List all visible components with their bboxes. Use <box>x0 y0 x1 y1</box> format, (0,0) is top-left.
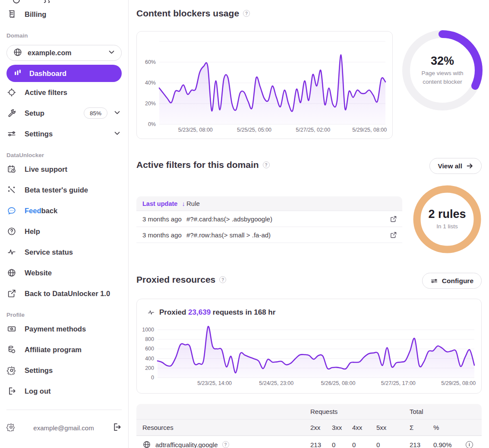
help-icon[interactable]: ? <box>222 441 229 448</box>
arrow-right-icon <box>466 162 473 170</box>
chevron-down-icon <box>108 48 115 57</box>
sidebar: Billing Domain example.com Dashboard Act… <box>0 0 129 448</box>
donut-value: 2 rules <box>428 208 466 221</box>
sidebar-item-label: Service status <box>25 248 73 256</box>
svg-text:5/25/25, 05:00: 5/25/25, 05:00 <box>237 127 271 133</box>
column-header-rule[interactable]: Rule <box>186 200 402 207</box>
help-icon[interactable]: ? <box>219 276 226 283</box>
section-label-dataunlocker: DataUnlocker <box>0 152 128 159</box>
sidebar-item-label: Feedback <box>25 207 57 215</box>
sidebar-footer: example@gmail.com <box>0 417 128 438</box>
sidebar-item-label: Settings <box>25 366 53 375</box>
help-icon[interactable]: ? <box>243 10 250 17</box>
logout-icon[interactable] <box>112 422 122 434</box>
domain-select-value: example.com <box>28 49 71 57</box>
resource-name: adtrafficquality.google <box>155 441 218 448</box>
last-update-cell: 3 months ago <box>136 231 186 239</box>
account-email: example@gmail.com <box>16 424 112 432</box>
rule-cell: #?#.card:has(> .adsbygoogle) <box>186 215 390 223</box>
column-header-5xx[interactable]: 5xx <box>376 424 410 431</box>
svg-text:60%: 60% <box>145 59 156 65</box>
cell-2xx: 213 <box>310 441 332 448</box>
sidebar-item-setup[interactable]: Setup 85% <box>0 103 128 123</box>
partial-icon <box>13 0 19 3</box>
sidebar-item-label: Live support <box>25 165 67 174</box>
column-header-percent[interactable]: % <box>433 424 464 431</box>
cell-percent: 0.90% <box>433 441 464 448</box>
svg-text:600: 600 <box>145 346 154 352</box>
globe-icon <box>6 268 17 278</box>
open-rule-external-icon[interactable] <box>390 231 397 239</box>
svg-text:200: 200 <box>145 365 154 371</box>
table-header-row: Resources 2xx 3xx 4xx 5xx Σ % <box>136 420 482 436</box>
svg-text:400: 400 <box>145 356 154 362</box>
table-row: 3 months ago #?#.card:has(> .adsbygoogle… <box>136 211 402 227</box>
svg-text:0%: 0% <box>148 121 156 127</box>
section-title: Active filters for this domain <box>136 160 259 170</box>
table-header-row: Last update ↓ Rule <box>136 196 402 211</box>
receipt-icon <box>6 9 17 19</box>
column-header-last-update[interactable]: Last update ↓ <box>136 200 186 207</box>
svg-text:20%: 20% <box>145 101 156 107</box>
active-filters-header: Active filters for this domain ? <box>136 160 270 170</box>
donut-caption: Page views with content blocker <box>422 69 464 87</box>
section-label-domain: Domain <box>0 32 128 39</box>
column-header-sum[interactable]: Σ <box>410 424 433 431</box>
svg-text:5/26/25, 08:00: 5/26/25, 08:00 <box>321 380 355 386</box>
sidebar-item-logout[interactable]: Log out <box>0 381 128 401</box>
sidebar-item-service-status[interactable]: Service status <box>0 242 128 262</box>
sidebar-item-label: Back to DataUnlocker 1.0 <box>25 290 110 298</box>
table-group-header-row: Requests Total <box>136 404 482 420</box>
rule-cell: #?#.row:has(> small > .fa-ad) <box>186 231 390 239</box>
table-row: adtrafficquality.google ? 213 0 0 0 213 … <box>136 436 482 448</box>
column-header-2xx[interactable]: 2xx <box>310 424 332 431</box>
svg-text:5/23/25, 14:00: 5/23/25, 14:00 <box>197 380 232 386</box>
open-rule-external-icon[interactable] <box>390 215 397 223</box>
sidebar-item-profile-settings[interactable]: Settings <box>0 360 128 381</box>
svg-text:40%: 40% <box>145 80 156 86</box>
column-header-resources[interactable]: Resources <box>136 424 310 431</box>
sidebar-item-label: Affiliate program <box>25 346 82 354</box>
domain-select[interactable]: example.com <box>6 45 122 61</box>
sidebar-item-live-support[interactable]: Live support <box>0 159 128 180</box>
column-header-3xx[interactable]: 3xx <box>332 424 352 431</box>
info-icon[interactable]: i <box>466 441 473 448</box>
magic-wand-icon <box>6 185 17 195</box>
configure-button[interactable]: Configure <box>422 273 482 289</box>
sidebar-item-active-filters[interactable]: Active filters <box>0 82 128 103</box>
help-circle-icon <box>6 226 17 237</box>
gear-icon[interactable] <box>6 423 16 433</box>
section-title: Proxied resources <box>136 274 215 285</box>
help-icon[interactable]: ? <box>263 161 270 168</box>
sidebar-item-dashboard[interactable]: Dashboard <box>6 65 122 82</box>
banknote-icon <box>6 324 17 334</box>
sidebar-item-settings[interactable]: Settings <box>0 123 128 144</box>
globe-icon <box>142 440 151 448</box>
sidebar-item-payment-methods[interactable]: Payment methods <box>0 319 128 339</box>
sidebar-item-beta-guide[interactable]: Beta tester's guide <box>0 180 128 200</box>
cell-3xx: 0 <box>332 441 352 448</box>
sidebar-item-help[interactable]: Help <box>0 221 128 242</box>
sidebar-item-label: Website <box>25 269 52 277</box>
bar-chart-icon <box>13 68 22 79</box>
chevron-down-icon <box>114 109 121 118</box>
sidebar-item-label: Active filters <box>25 88 67 97</box>
view-all-button[interactable]: View all <box>429 158 482 174</box>
sidebar-item-partial[interactable] <box>0 0 128 4</box>
svg-text:1000: 1000 <box>142 327 154 333</box>
sidebar-item-label: Beta tester's guide <box>25 186 88 194</box>
sidebar-item-back-v1[interactable]: Back to DataUnlocker 1.0 <box>0 283 128 304</box>
sidebar-item-affiliate[interactable]: Affiliate program <box>0 339 128 360</box>
sidebar-item-label: Setup <box>25 109 44 117</box>
sidebar-item-feedback[interactable]: Feedback <box>0 200 128 221</box>
svg-text:5/27/25, 17:00: 5/27/25, 17:00 <box>381 380 416 386</box>
cell-sum: 213 <box>410 441 433 448</box>
section-title: Content blockers usage <box>136 8 239 19</box>
sidebar-item-billing[interactable]: Billing <box>0 4 128 25</box>
sidebar-item-website[interactable]: Website <box>0 262 128 283</box>
svg-text:0: 0 <box>151 375 154 381</box>
content-blockers-header: Content blockers usage ? <box>136 8 250 19</box>
activity-icon <box>6 247 17 257</box>
column-header-4xx[interactable]: 4xx <box>352 424 376 431</box>
sidebar-item-label: Dashboard <box>29 69 66 78</box>
